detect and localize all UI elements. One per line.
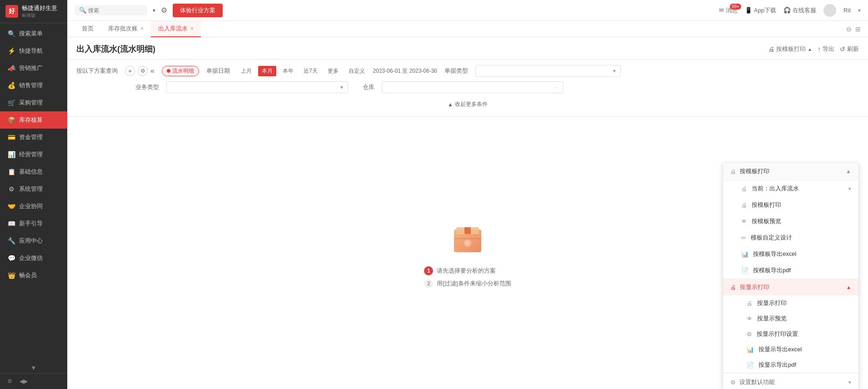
sidebar-item-system[interactable]: ⚙ 系统管理 [0,180,67,198]
sidebar-settings-btn[interactable]: ⚙ [7,378,12,384]
display-print-btn[interactable]: 🖨 按显示打印 [723,295,858,311]
date-option-this-month[interactable]: 本月 [258,66,276,76]
collapse-more-btn[interactable]: ▲ 收起更多条件 [76,98,859,111]
username: Rit [843,7,851,14]
sidebar-item-shortcut[interactable]: ⚡ 快捷导航 [0,42,67,60]
sidebar-item-management[interactable]: 📊 经营管理 [0,146,67,163]
template-design-btn[interactable]: ✏ 模板自定义设计 [723,229,858,246]
filter-row-1: 按以下方案查询 + ⚙ « 流水明细 单据日期 上月 本月 本年 近7天 更多 [76,65,859,77]
date-filter: 上月 本月 本年 近7天 更多 自定义 2023-06-01 至 2023-06… [237,66,437,76]
sidebar-item-basicinfo[interactable]: 📋 基础信息 [0,163,67,180]
display-settings-icon: ⚙ [747,331,752,338]
tab-inventory-batch[interactable]: 库存批次账 × [101,21,151,37]
wechat-icon: 💬 [7,254,15,262]
user-dropdown-icon[interactable]: ▾ [858,7,861,14]
display-preview-icon: 👁 [747,315,753,322]
sidebar-item-inventory[interactable]: 📦 库存核算 [0,111,67,129]
filter-tag[interactable]: 流水明细 [162,66,199,76]
template-export-pdf-btn[interactable]: 📄 按模板导出pdf [723,262,858,279]
topbar-search-box[interactable]: 🔍 [75,5,147,15]
display-export-pdf-btn[interactable]: 📄 按显示导出pdf [723,357,858,373]
date-option-custom[interactable]: 自定义 [345,66,369,76]
empty-state: ? 1 请先选择要分析的方案 2 用[过滤]条件来缩小分析范围 [424,218,511,288]
date-option-more[interactable]: 更多 [324,66,342,76]
sidebar-item-sales[interactable]: 💰 销售管理 [0,77,67,94]
business-filter-input[interactable]: ▾ [166,81,348,93]
collapse-icon: ◀▶ [20,378,28,384]
tab-stock-flow[interactable]: 出入库流水 × [151,21,201,37]
topbar-dropdown-arrow[interactable]: ▾ [153,7,155,14]
dropdown-footer[interactable]: ⚙ 设置默认功能 ▾ [723,373,858,389]
topbar-gear-icon[interactable]: ⚙ [161,6,167,15]
type-filter-input[interactable]: ▾ [475,65,621,77]
warehouse-filter-input[interactable]: ··· [382,81,564,93]
export-btn[interactable]: ↑ 导出 [818,45,834,53]
tab-close-inventory-batch[interactable]: × [140,25,144,32]
refresh-btn[interactable]: ↺ 刷新 [840,45,859,53]
warehouse-label: 仓库 [363,83,374,91]
search-icon: 🔍 [7,30,15,37]
online-service-btn[interactable]: 🎧 在线客服 [783,6,816,15]
tab-maximize-icon[interactable]: ⊞ [855,25,861,33]
sidebar-item-appcenter[interactable]: 🔧 应用中心 [0,232,67,249]
app-download-btn[interactable]: 📱 App下载 [745,6,776,15]
display-print-section-header[interactable]: 🖨 按显示打印 ▲ [723,279,858,295]
type-label: 单据类型 [444,67,468,75]
trial-btn[interactable]: 体验行业方案 [173,4,223,17]
date-option-last-month[interactable]: 上月 [237,66,255,76]
template-print-icon: 🖨 [741,202,747,209]
dropdown-header-chevron[interactable]: ▲ [846,168,851,175]
avatar[interactable] [823,4,836,17]
template-export-excel-btn[interactable]: 📊 按模板导出excel [723,246,858,262]
page-title: 出入库流水(流水明细) [76,44,155,55]
template-print-btn[interactable]: 🖨 按模板打印 [723,197,858,213]
sidebar-item-wechat[interactable]: 💬 企业微信 [0,249,67,267]
sidebar-scroll-down[interactable]: ▼ [0,363,67,373]
sidebar-item-newguide[interactable]: 📖 新手引导 [0,215,67,232]
template-preview-btn[interactable]: 👁 按模板预览 [723,213,858,229]
tabs-bar: 首页 库存批次账 × 出入库流水 × ⊖ ⊞ [67,21,868,37]
filter-settings-btn[interactable]: ⚙ [138,66,148,76]
content-area: ? 1 请先选择要分析的方案 2 用[过滤]条件来缩小分析范围 查询 设置 [67,117,868,389]
topbar: 🔍 ▾ ⚙ 体验行业方案 ✉ 消息 99+ 📱 App下载 🎧 在线客服 [67,0,868,21]
date-option-this-year[interactable]: 本年 [279,66,297,76]
sales-icon: 💰 [7,82,15,89]
tabs-controls: ⊖ ⊞ [846,25,861,33]
filter-add-btn[interactable]: + [125,66,135,76]
date-option-7days[interactable]: 近7天 [300,66,321,76]
type-dropdown-icon: ▾ [613,68,616,74]
sidebar-navigation: 🔍 搜索菜单 ⚡ 快捷导航 📣 营销推广 💰 销售管理 🛒 采购管理 📦 [0,23,67,363]
print-btn[interactable]: 🖨 按模板打印 ▲ [768,45,812,53]
template-design-icon: ✏ [741,234,746,241]
app-logo-icon: 好 [5,5,18,18]
sidebar-item-marketing[interactable]: 📣 营销推广 [0,60,67,77]
sidebar-logo: 好 畅捷通好生意 标准版 [0,0,67,23]
sidebar-item-finance[interactable]: 💳 资金管理 [0,129,67,146]
tab-home[interactable]: 首页 [75,21,101,37]
marketing-icon: 📣 [7,65,15,72]
refresh-icon: ↺ [840,45,845,53]
default-settings-icon: ⚙ [730,379,736,386]
dropdown-current-item[interactable]: 🖨 当前：出入库流水 ▾ [723,180,858,197]
tab-close-stock-flow[interactable]: × [190,25,194,32]
display-print-settings-btn[interactable]: ⚙ 按显示打印设置 [723,326,858,342]
system-icon: ⚙ [7,185,15,193]
sidebar-item-enterprise[interactable]: 🤝 企业协同 [0,198,67,215]
current-icon: 🖨 [741,185,747,192]
display-export-excel-btn[interactable]: 📊 按显示导出excel [723,342,858,357]
sidebar-item-search[interactable]: 🔍 搜索菜单 [0,25,67,42]
sidebar-collapse-btn[interactable]: ◀▶ [20,378,28,384]
sidebar-item-member[interactable]: 👑 畅会员 [0,267,67,284]
finance-icon: 💳 [7,134,15,141]
headset-icon: 🎧 [783,7,791,14]
tab-minimize-icon[interactable]: ⊖ [846,25,852,33]
page-header: 出入库流水(流水明细) 🖨 按模板打印 ▲ ↑ 导出 ↺ 刷新 [67,37,868,60]
sidebar-item-purchase[interactable]: 🛒 采购管理 [0,94,67,111]
appcenter-icon: 🔧 [7,237,15,244]
search-input[interactable] [88,7,134,14]
filter-collapse-btn[interactable]: « [150,67,155,75]
empty-step-1: 1 请先选择要分析的方案 [424,266,511,275]
display-preview-btn[interactable]: 👁 按显示预览 [723,311,858,326]
messages-btn[interactable]: ✉ 消息 99+ [719,6,738,15]
print-icon: 🖨 [768,45,774,53]
